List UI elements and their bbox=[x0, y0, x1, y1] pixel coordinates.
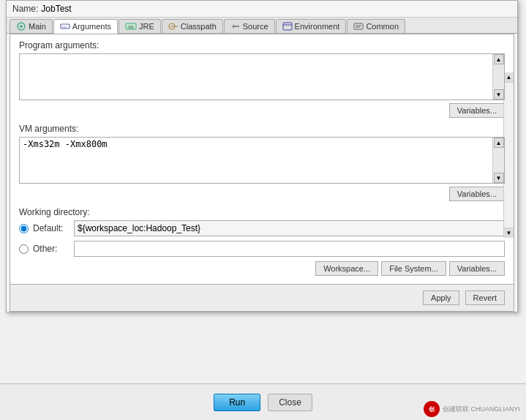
prog-args-scroll-up[interactable]: ▲ bbox=[494, 54, 504, 64]
default-radio[interactable] bbox=[19, 224, 29, 233]
apply-revert-bar: Apply Revert bbox=[10, 284, 514, 311]
other-radio-row: Other: bbox=[19, 241, 505, 257]
tab-main-label: Main bbox=[29, 22, 46, 31]
vm-args-scrollbar: ▲ ▼ bbox=[492, 138, 504, 183]
prog-args-scroll-track bbox=[493, 64, 504, 89]
vm-args-scroll-up[interactable]: ▲ bbox=[494, 138, 504, 148]
prog-args-scrollbar: ▲ ▼ bbox=[492, 54, 504, 100]
environment-tab-icon bbox=[282, 22, 293, 31]
tab-main[interactable]: Main bbox=[10, 19, 53, 33]
tab-common-label: Common bbox=[366, 22, 399, 31]
tab-environment[interactable]: Environment bbox=[276, 19, 347, 33]
apply-button[interactable]: Apply bbox=[423, 290, 459, 305]
vm-args-variables-button[interactable]: Variables... bbox=[449, 187, 505, 201]
prog-args-scroll-down[interactable]: ▼ bbox=[494, 89, 504, 100]
watermark: 创 创建联联 CHUANGLIANYI bbox=[424, 401, 520, 417]
vm-args-scroll-track bbox=[493, 148, 504, 173]
tab-environment-label: Environment bbox=[295, 22, 340, 31]
launch-config-dialog: Name: JobTest Main (x) Arguments JRE JRE bbox=[6, 0, 518, 312]
svg-rect-11 bbox=[354, 23, 363, 29]
scroll-up-btn[interactable]: ▲ bbox=[504, 72, 514, 83]
other-value-input[interactable] bbox=[74, 241, 505, 257]
file-system-button[interactable]: File System... bbox=[381, 261, 446, 276]
dir-variables-button[interactable]: Variables... bbox=[449, 261, 505, 276]
arguments-content: ▲ ▼ Program arguments: ▲ ▼ Variables... … bbox=[10, 34, 514, 312]
watermark-text: 创建联联 CHUANGLIANYI bbox=[443, 405, 520, 414]
jre-tab-icon: JRE bbox=[125, 22, 137, 31]
svg-marker-8 bbox=[232, 24, 239, 29]
vm-arguments-label: VM arguments: bbox=[19, 124, 505, 134]
dir-buttons-row: Workspace... File System... Variables... bbox=[19, 261, 505, 276]
default-radio-row: Default: bbox=[19, 220, 505, 236]
program-arguments-label: Program arguments: bbox=[19, 40, 505, 50]
default-radio-label: Default: bbox=[33, 223, 69, 233]
arguments-tab-icon: (x) bbox=[60, 22, 70, 31]
main-tab-icon bbox=[16, 22, 26, 31]
classpath-tab-icon bbox=[168, 22, 179, 31]
working-dir-section: Working directory: Default: Other: Works… bbox=[19, 207, 505, 276]
main-scrollbar[interactable]: ▲ ▼ bbox=[503, 72, 514, 238]
tab-classpath[interactable]: Classpath bbox=[162, 19, 223, 33]
prog-args-btn-row: Variables... bbox=[19, 103, 505, 118]
svg-text:(x): (x) bbox=[62, 25, 67, 29]
tab-bar: Main (x) Arguments JRE JRE Classpath Sou… bbox=[7, 18, 517, 34]
scroll-down-btn[interactable]: ▼ bbox=[504, 228, 514, 238]
svg-text:JRE: JRE bbox=[127, 25, 135, 29]
vm-arguments-input[interactable] bbox=[20, 138, 492, 183]
tab-jre[interactable]: JRE JRE bbox=[119, 19, 161, 33]
program-arguments-input[interactable] bbox=[20, 54, 492, 100]
tab-classpath-label: Classpath bbox=[181, 22, 217, 31]
name-value: JobTest bbox=[41, 4, 71, 14]
name-bar: Name: JobTest bbox=[7, 1, 517, 18]
svg-point-1 bbox=[20, 25, 23, 28]
run-button[interactable]: Run bbox=[214, 394, 260, 411]
vm-args-btn-row: Variables... bbox=[19, 187, 505, 201]
tab-arguments[interactable]: (x) Arguments bbox=[53, 19, 118, 34]
working-dir-label: Working directory: bbox=[19, 207, 505, 217]
vm-args-scroll-down[interactable]: ▼ bbox=[494, 173, 504, 183]
tab-source-label: Source bbox=[243, 22, 268, 31]
tab-arguments-label: Arguments bbox=[72, 22, 111, 31]
prog-args-variables-button[interactable]: Variables... bbox=[449, 103, 505, 118]
run-bar: Run Close 创 创建联联 CHUANGLIANYI bbox=[0, 383, 526, 420]
watermark-icon: 创 bbox=[424, 401, 440, 417]
tab-source[interactable]: Source bbox=[224, 19, 275, 33]
default-value-input bbox=[74, 220, 505, 236]
tab-jre-label: JRE bbox=[139, 22, 154, 31]
vm-arguments-wrapper: ▲ ▼ bbox=[19, 137, 505, 184]
common-tab-icon bbox=[353, 22, 364, 31]
other-radio-label: Other: bbox=[33, 244, 69, 254]
svg-rect-9 bbox=[283, 23, 292, 30]
close-button[interactable]: Close bbox=[268, 394, 312, 411]
other-radio[interactable] bbox=[19, 244, 29, 254]
revert-button[interactable]: Revert bbox=[465, 290, 505, 305]
source-tab-icon bbox=[230, 22, 241, 31]
program-arguments-wrapper: ▲ ▼ bbox=[19, 53, 505, 100]
tab-common[interactable]: Common bbox=[347, 19, 405, 33]
workspace-button[interactable]: Workspace... bbox=[315, 261, 378, 276]
name-label: Name: bbox=[12, 4, 38, 14]
